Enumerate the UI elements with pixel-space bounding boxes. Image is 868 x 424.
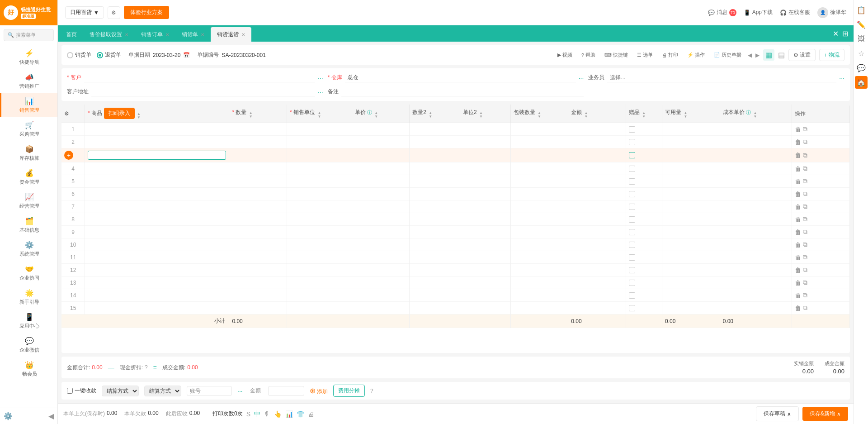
row-15-copy-icon[interactable]: ⧉: [803, 304, 807, 312]
help-btn[interactable]: ? 帮助: [579, 51, 598, 59]
operate-btn[interactable]: ⚡ 操作: [684, 51, 708, 59]
fee-split-btn[interactable]: 费用分摊: [333, 385, 365, 397]
tab-close-all-icon[interactable]: ✕: [833, 29, 839, 38]
toolbar-icon-1[interactable]: S: [246, 410, 250, 418]
sort-quantity2[interactable]: ▲▼: [429, 111, 432, 119]
collapse-icon[interactable]: ◀: [48, 412, 54, 420]
scan-input-btn[interactable]: 扫码录入: [104, 108, 135, 119]
save-draft-button[interactable]: 保存草稿 ∧: [756, 406, 799, 421]
row-13-delete-icon[interactable]: 🗑: [795, 279, 801, 286]
gift-checkbox-5[interactable]: [629, 178, 635, 185]
row-1-delete-icon[interactable]: 🗑: [795, 126, 801, 133]
row-15-delete-icon[interactable]: 🗑: [795, 305, 801, 312]
ship-button[interactable]: + 物流: [819, 49, 844, 61]
tab-sales-order[interactable]: 销售订单 ✕: [135, 27, 175, 42]
gift-checkbox-14[interactable]: [629, 292, 635, 299]
sort-gift[interactable]: ▲▼: [642, 111, 646, 119]
tab-close-sales-order[interactable]: ✕: [165, 32, 169, 37]
calendar-icon[interactable]: 📅: [183, 52, 190, 58]
row-11-delete-icon[interactable]: 🗑: [795, 254, 801, 261]
row-8-copy-icon[interactable]: ⧉: [803, 215, 807, 223]
toolbar-icon-7[interactable]: 🖨: [308, 410, 314, 418]
row-6-copy-icon[interactable]: ⧉: [803, 190, 807, 198]
warehouse-input[interactable]: [345, 73, 576, 82]
user-avatar[interactable]: 👤 徐泽华: [817, 7, 846, 18]
gift-checkbox-12[interactable]: [629, 267, 635, 273]
toolbar-icon-4[interactable]: 👆: [274, 410, 282, 418]
row-14-copy-icon[interactable]: ⧉: [803, 291, 807, 299]
sort-available[interactable]: ▲▼: [684, 111, 687, 119]
sidebar-item-sales[interactable]: 📊 销售管理: [0, 93, 57, 117]
gift-checkbox-9[interactable]: [629, 229, 635, 235]
tab-close-sales-return[interactable]: ✕: [241, 32, 245, 37]
row-12-copy-icon[interactable]: ⧉: [803, 266, 807, 274]
sort-pack[interactable]: ▲▼: [538, 111, 541, 119]
settings-icon[interactable]: ⚙️: [4, 412, 13, 420]
app-download-btn[interactable]: 📱 App下载: [744, 9, 773, 16]
sidebar-item-enterprise[interactable]: 🤝 企业协同: [0, 261, 57, 285]
sort-quantity[interactable]: ▲▼: [249, 111, 253, 119]
unit-price-info-icon[interactable]: ⓘ: [367, 110, 372, 115]
row-4-copy-icon[interactable]: ⧉: [803, 165, 807, 172]
grid-list-icon1[interactable]: ▦: [763, 49, 774, 61]
shortcut-btn[interactable]: ⌨ 快捷键: [602, 51, 631, 59]
print-btn[interactable]: 🖨 打印: [659, 51, 681, 59]
search-menu-button[interactable]: 🔍 搜索菜单: [4, 29, 54, 41]
radio-return-bill[interactable]: 退货单: [97, 51, 121, 59]
sort-cost-price[interactable]: ▲▼: [753, 111, 757, 119]
account-input[interactable]: [187, 386, 232, 396]
right-icon-star[interactable]: ☆: [855, 47, 868, 60]
tab-price-settings[interactable]: 售价提取设置 ✕: [83, 27, 135, 42]
settlement-calc-select[interactable]: 结算方式: [144, 386, 181, 396]
tab-sales-bill[interactable]: 销货单 ✕: [175, 27, 211, 42]
message-btn[interactable]: 💬 消息 70: [708, 9, 736, 16]
fee-help-icon[interactable]: ?: [370, 388, 373, 394]
customer-address-input[interactable]: [91, 87, 315, 96]
row-3-delete-icon[interactable]: 🗑: [795, 152, 801, 159]
row-1-copy-icon[interactable]: ⧉: [803, 125, 807, 133]
settings-button[interactable]: ⚙ 设置: [788, 49, 816, 61]
toolbar-icon-6[interactable]: 👕: [297, 410, 304, 418]
gift-checkbox-2[interactable]: [629, 139, 635, 145]
right-icon-doc[interactable]: 📋: [855, 4, 868, 16]
right-icon-chat[interactable]: 💬: [855, 62, 868, 74]
next-icon[interactable]: ▶: [755, 52, 760, 58]
row-add-btn-3[interactable]: +: [64, 151, 73, 160]
grid-list-icon2[interactable]: ▤: [778, 51, 785, 59]
gift-checkbox-13[interactable]: [629, 280, 635, 286]
video-btn[interactable]: ▶ 视频: [555, 51, 575, 59]
sidebar-item-operations[interactable]: 📈 经营管理: [0, 189, 57, 213]
history-btn[interactable]: 📄 历史单据: [711, 51, 744, 59]
sort-amount[interactable]: ▲▼: [585, 111, 588, 119]
row-5-copy-icon[interactable]: ⧉: [803, 177, 807, 185]
save-new-button[interactable]: 保存&新增 ∧: [802, 407, 848, 421]
discount-info-icon[interactable]: ?: [145, 364, 148, 371]
tab-close-sales-bill[interactable]: ✕: [201, 32, 204, 37]
sidebar-item-app[interactable]: 📱 应用中心: [0, 309, 57, 333]
row-7-delete-icon[interactable]: 🗑: [795, 203, 801, 210]
one-click-pay-input[interactable]: [67, 388, 73, 394]
row-7-copy-icon[interactable]: ⧉: [803, 203, 807, 210]
row-10-delete-icon[interactable]: 🗑: [795, 241, 801, 248]
row-2-delete-icon[interactable]: 🗑: [795, 138, 801, 146]
radio-sales-bill[interactable]: 销货单: [67, 51, 91, 59]
row-6-delete-icon[interactable]: 🗑: [795, 191, 801, 198]
sidebar-item-basics[interactable]: 🗂️ 基础信息: [0, 213, 57, 237]
toolbar-icon-3[interactable]: 🎙: [264, 410, 270, 418]
customer-picker[interactable]: ···: [318, 74, 323, 81]
industry-selector[interactable]: 日用百货 ▼: [65, 6, 104, 19]
account-picker[interactable]: ···: [237, 387, 243, 395]
sidebar-item-shortcut[interactable]: ⚡ 快捷导航: [0, 45, 57, 69]
right-icon-active[interactable]: 🏠: [855, 76, 868, 89]
address-picker[interactable]: ···: [318, 88, 323, 95]
sort-sales-unit[interactable]: ▲▼: [317, 111, 321, 119]
row-2-copy-icon[interactable]: ⧉: [803, 138, 807, 146]
cost-price-info-icon[interactable]: ⓘ: [746, 110, 751, 115]
online-service-btn[interactable]: 🎧 在线客服: [780, 9, 810, 16]
salesperson-input[interactable]: [607, 73, 836, 82]
sidebar-item-purchase[interactable]: 🛒 采购管理: [0, 117, 57, 141]
toolbar-icon-2[interactable]: 中: [254, 410, 260, 418]
sidebar-item-guide[interactable]: 🌟 新手引导: [0, 285, 57, 309]
sidebar-item-member[interactable]: 👑 畅会员: [0, 357, 57, 381]
one-click-pay-checkbox[interactable]: 一键收款: [67, 387, 96, 395]
